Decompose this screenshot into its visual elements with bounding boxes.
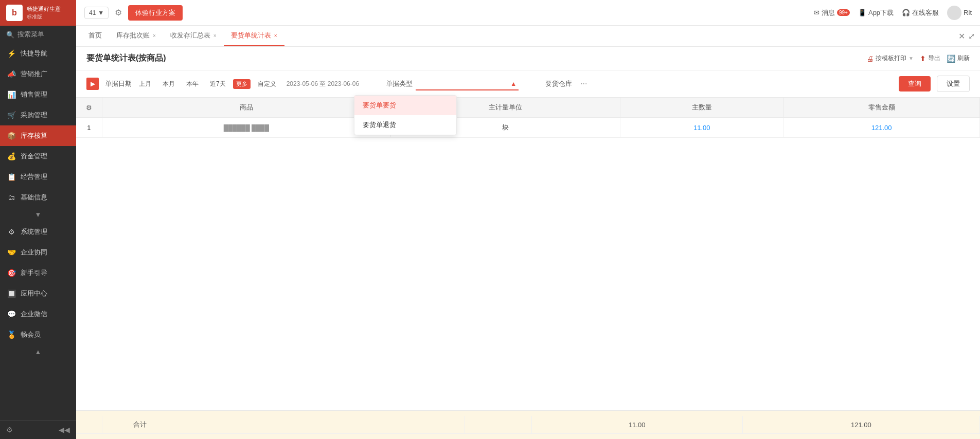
system-icon: ⚙	[6, 227, 16, 237]
product-name: ██████ ████	[224, 124, 269, 132]
table-header-row: ⚙ 商品 主计量单位 主数量 零售金额	[76, 98, 980, 118]
warehouse-filter-group: 要货仓库 ···	[545, 79, 587, 88]
customer-service-btn[interactable]: 🎧 在线客服	[902, 8, 939, 17]
sidebar-item-member[interactable]: 🏅 畅会员	[0, 324, 76, 345]
scroll-up-btn[interactable]: ▲	[0, 345, 76, 359]
setting-btn[interactable]: 设置	[937, 76, 970, 92]
refresh-btn[interactable]: 🔄 刷新	[947, 54, 970, 63]
page-actions: 🖨 按模板打印 ▼ ⬆ 导出 🔄 刷新	[866, 54, 970, 63]
tab-receivable-summary[interactable]: 收发存汇总表 ×	[163, 26, 224, 46]
tabs-bar: 首页 库存批次账 × 收发存汇总表 × 要货单统计表 × ✕ ⤢	[76, 26, 980, 47]
purchase-icon: 🛒	[6, 110, 16, 120]
col-settings[interactable]: ⚙	[76, 98, 102, 118]
tab-home[interactable]: 首页	[81, 26, 109, 46]
warehouse-filter-label: 要货仓库	[545, 79, 572, 88]
custom-date-btn[interactable]: 自定义	[254, 78, 280, 90]
date-filter-label: 单据日期	[105, 79, 132, 88]
sidebar-item-finance[interactable]: 💰 资金管理	[0, 146, 76, 167]
row-retail-amount[interactable]: 121.00	[783, 118, 980, 138]
messages-btn[interactable]: ✉ 消息 99+	[814, 8, 850, 17]
this-month-btn[interactable]: 本月	[158, 78, 179, 90]
print-dropdown-icon: ▼	[908, 56, 914, 61]
avatar	[947, 6, 961, 20]
warehouse-more-btn[interactable]: ···	[580, 79, 587, 88]
marketing-icon: 📣	[6, 69, 16, 79]
last-month-btn[interactable]: 上月	[135, 78, 155, 90]
settings-icon[interactable]: ⚙	[6, 426, 13, 434]
content-area: 要货单统计表(按商品) 🖨 按模板打印 ▼ ⬆ 导出 🔄 刷新 ▶	[76, 47, 980, 439]
sidebar-item-wechat[interactable]: 💬 企业微信	[0, 304, 76, 324]
more-dates-btn[interactable]: 更多	[233, 79, 251, 89]
topbar-right: ✉ 消息 99+ 📱 App下载 🎧 在线客服 Rit	[814, 6, 972, 20]
search-menu[interactable]: 🔍 搜索菜单	[0, 26, 76, 43]
tab-batch-account[interactable]: 库存批次账 ×	[109, 26, 163, 46]
page-title: 要货单统计表(按商品)	[86, 53, 166, 64]
date-range-display: 2023-05-06 至 2023-06-06	[287, 80, 359, 88]
finance-icon: 💰	[6, 151, 16, 161]
tab-close-order-summary[interactable]: ×	[274, 33, 277, 39]
user-avatar-btn[interactable]: Rit	[947, 6, 972, 20]
sidebar-item-guide[interactable]: 🎯 新手引导	[0, 263, 76, 283]
sidebar-item-marketing[interactable]: 📣 营销推广	[0, 64, 76, 84]
topbar-gear-icon[interactable]: ⚙	[115, 8, 122, 17]
logo-icon: b	[6, 5, 23, 21]
table-area: ⚙ 商品 主计量单位 主数量 零售金额 1 ██████ ████ 块	[76, 98, 980, 410]
sidebar-item-system[interactable]: ⚙ 系统管理	[0, 222, 76, 242]
sidebar-item-operation[interactable]: 📋 经营管理	[0, 167, 76, 187]
sidebar-bottom: ⚙ ◀◀	[0, 420, 76, 439]
export-btn[interactable]: ⬆ 导出	[920, 54, 940, 63]
col-retail-amount: 零售金额	[783, 98, 980, 118]
type-dropdown-menu: 要货单要货 要货单退货	[354, 95, 457, 135]
message-icon: ✉	[814, 9, 819, 16]
row-product: ██████ ████	[102, 118, 391, 138]
print-template-btn[interactable]: 🖨 按模板打印 ▼	[866, 54, 914, 63]
row-quantity[interactable]: 11.00	[620, 118, 783, 138]
tab-close-receivable-summary[interactable]: ×	[213, 33, 217, 39]
search-icon: 🔍	[6, 31, 14, 39]
type-dropdown-icon[interactable]: ▲	[510, 80, 516, 87]
trial-btn[interactable]: 体验行业方案	[128, 5, 183, 21]
scroll-down-btn[interactable]: ▼	[0, 208, 76, 222]
filter-bar: ▶ 单据日期 上月 本月 本年 近7天 更多 自定义 2023-05-06 至 …	[76, 70, 980, 98]
sidebar-item-purchase[interactable]: 🛒 采购管理	[0, 105, 76, 125]
sidebar: b 畅捷通好生意 标准版 🔍 搜索菜单 ⚡ 快捷导航 📣 营销推广 📊 销售管理…	[0, 0, 76, 439]
operation-icon: 📋	[6, 172, 16, 182]
last-7-days-btn[interactable]: 近7天	[206, 78, 230, 90]
company-select[interactable]: 41 ▼	[84, 7, 109, 19]
tab-close-all-icon[interactable]: ✕	[958, 31, 965, 41]
member-icon: 🏅	[6, 330, 16, 340]
footer-retail-amount: 121.00	[742, 416, 979, 434]
col-settings-icon: ⚙	[86, 104, 92, 112]
type-filter-input-wrapper: ▲	[416, 78, 519, 90]
this-year-btn[interactable]: 本年	[182, 78, 203, 90]
row-index: 1	[76, 118, 102, 138]
topbar: 41 ▼ ⚙ 体验行业方案 ✉ 消息 99+ 📱 App下载 🎧 在线客服 R	[76, 0, 980, 26]
dropdown-item-order-return[interactable]: 要货单退货	[354, 115, 456, 135]
main-area: 41 ▼ ⚙ 体验行业方案 ✉ 消息 99+ 📱 App下载 🎧 在线客服 R	[76, 0, 980, 439]
col-quantity: 主数量	[620, 98, 783, 118]
refresh-icon: 🔄	[947, 54, 955, 63]
tab-expand-icon[interactable]: ⤢	[968, 31, 975, 41]
guide-icon: 🎯	[6, 268, 16, 278]
type-filter-input[interactable]	[416, 78, 519, 90]
tab-close-batch-account[interactable]: ×	[153, 33, 156, 39]
app-download-btn[interactable]: 📱 App下载	[858, 8, 894, 17]
base-icon: 🗂	[6, 192, 16, 203]
topbar-left: 41 ▼ ⚙ 体验行业方案	[84, 5, 183, 21]
dropdown-item-order-goods[interactable]: 要货单要货	[354, 96, 456, 115]
app-logo: b 畅捷通好生意 标准版	[0, 0, 76, 26]
tab-order-summary[interactable]: 要货单统计表 ×	[224, 26, 284, 46]
sidebar-item-quick-nav[interactable]: ⚡ 快捷导航	[0, 43, 76, 64]
sales-icon: 📊	[6, 89, 16, 100]
sidebar-item-sales[interactable]: 📊 销售管理	[0, 84, 76, 105]
sidebar-item-base[interactable]: 🗂 基础信息	[0, 187, 76, 208]
app-center-icon: 🔲	[6, 288, 16, 299]
query-btn[interactable]: 查询	[899, 76, 931, 92]
collapse-icon[interactable]: ◀◀	[59, 426, 70, 434]
sidebar-item-corp[interactable]: 🤝 企业协同	[0, 242, 76, 263]
inventory-icon: 📦	[6, 131, 16, 141]
sidebar-item-inventory[interactable]: 📦 库存核算	[0, 125, 76, 146]
sidebar-item-app-center[interactable]: 🔲 应用中心	[0, 283, 76, 304]
print-icon: 🖨	[866, 54, 874, 63]
filter-expand-btn[interactable]: ▶	[86, 78, 99, 90]
